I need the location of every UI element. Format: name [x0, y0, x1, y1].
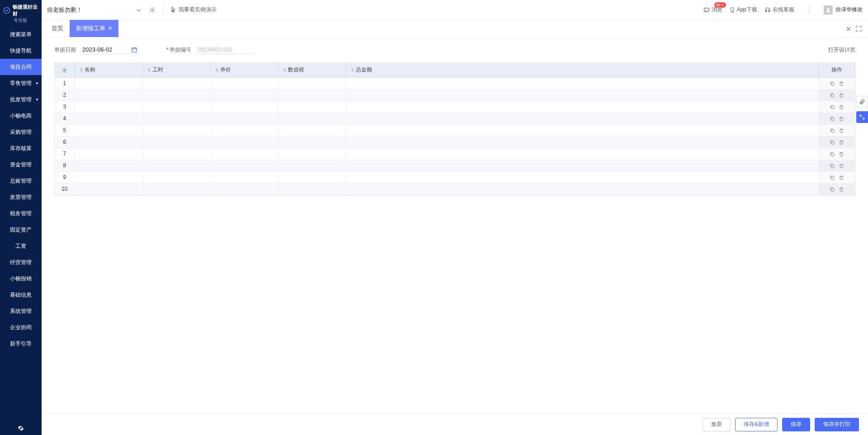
cell[interactable]	[346, 89, 819, 101]
cell[interactable]	[278, 136, 346, 148]
cell[interactable]	[346, 171, 819, 183]
cell[interactable]	[210, 148, 278, 160]
tab-close-all[interactable]	[846, 25, 851, 32]
cell[interactable]	[278, 160, 346, 171]
delete-row-icon[interactable]	[839, 115, 844, 122]
delete-row-icon[interactable]	[839, 127, 844, 133]
cell[interactable]	[346, 136, 819, 148]
sidebar-item-9[interactable]: 总账管理	[0, 173, 42, 189]
cell[interactable]	[346, 148, 819, 160]
cell[interactable]	[346, 124, 819, 136]
header-settings[interactable]	[149, 6, 156, 14]
cell[interactable]	[210, 77, 278, 89]
delete-row-icon[interactable]	[839, 139, 844, 145]
expand-button[interactable]	[856, 111, 868, 123]
cell[interactable]	[210, 101, 278, 113]
cell[interactable]	[75, 124, 142, 136]
cell[interactable]	[278, 148, 346, 160]
col-total[interactable]: ⇅总金额	[346, 63, 819, 77]
cell[interactable]	[278, 89, 346, 101]
tab-0[interactable]: 首页	[45, 20, 70, 37]
cell[interactable]	[75, 148, 142, 160]
cell[interactable]	[278, 113, 346, 124]
cell[interactable]	[142, 124, 210, 136]
cell[interactable]	[346, 113, 819, 124]
sidebar-item-15[interactable]: 小畅报销	[0, 270, 42, 287]
copy-row-icon[interactable]	[830, 186, 835, 192]
sidebar-item-2[interactable]: 项目合同	[0, 59, 42, 75]
org-dropdown[interactable]	[137, 7, 141, 12]
attachment-button[interactable]	[856, 96, 868, 108]
tab-1[interactable]: 新增报工单✕	[70, 20, 118, 37]
sidebar-item-3[interactable]: 零售管理▼	[0, 75, 42, 91]
copy-row-icon[interactable]	[830, 162, 835, 169]
copy-row-icon[interactable]	[830, 127, 835, 133]
close-icon[interactable]: ✕	[108, 25, 112, 31]
delete-row-icon[interactable]	[839, 186, 844, 192]
sidebar-item-8[interactable]: 资金管理	[0, 156, 42, 173]
online-service[interactable]: 在线客服	[764, 6, 794, 14]
sidebar-item-17[interactable]: 系统管理	[0, 303, 42, 319]
fullscreen-toggle[interactable]	[856, 25, 862, 32]
cell[interactable]	[210, 113, 278, 124]
delete-row-icon[interactable]	[839, 174, 844, 180]
sidebar-item-16[interactable]: 基础信息	[0, 287, 42, 303]
sidebar-item-12[interactable]: 固定资产	[0, 222, 42, 238]
delete-row-icon[interactable]	[839, 80, 844, 86]
cell[interactable]	[75, 183, 142, 195]
cell[interactable]	[75, 160, 142, 171]
app-download[interactable]: App下载	[730, 6, 757, 14]
save-new-button[interactable]: 保存&新增	[735, 418, 778, 431]
cell[interactable]	[210, 124, 278, 136]
cell[interactable]	[142, 136, 210, 148]
cell[interactable]	[278, 171, 346, 183]
cell[interactable]	[210, 136, 278, 148]
sidebar-item-14[interactable]: 经营管理	[0, 254, 42, 270]
sidebar-settings[interactable]	[0, 421, 42, 435]
sidebar-item-13[interactable]: 工资	[0, 238, 42, 254]
sidebar-item-7[interactable]: 库存核算	[0, 140, 42, 156]
cell[interactable]	[210, 89, 278, 101]
sidebar-item-6[interactable]: 采购管理	[0, 124, 42, 140]
messages-button[interactable]: 消息 99 +	[703, 6, 722, 14]
save-button[interactable]: 保存	[782, 418, 810, 431]
sidebar-item-10[interactable]: 发票管理	[0, 189, 42, 205]
date-input[interactable]: 2023-06-02	[80, 45, 139, 54]
cell[interactable]	[210, 160, 278, 171]
sidebar-item-5[interactable]: 小畅电商	[0, 108, 42, 124]
cell[interactable]	[142, 89, 210, 101]
cell[interactable]	[142, 171, 210, 183]
cell[interactable]	[75, 101, 142, 113]
delete-row-icon[interactable]	[839, 104, 844, 110]
sidebar-item-11[interactable]: 税务管理	[0, 205, 42, 222]
copy-row-icon[interactable]	[830, 139, 835, 145]
copy-row-icon[interactable]	[830, 151, 835, 157]
cell[interactable]	[142, 160, 210, 171]
cell[interactable]	[142, 77, 210, 89]
col-price[interactable]: ⇅单价	[210, 63, 278, 77]
cell[interactable]	[346, 160, 819, 171]
cell[interactable]	[346, 77, 819, 89]
cell[interactable]	[142, 148, 210, 160]
copy-row-icon[interactable]	[830, 80, 835, 86]
cell[interactable]	[210, 171, 278, 183]
demo-link[interactable]: 我要看实例演示	[170, 6, 217, 14]
copy-row-icon[interactable]	[830, 92, 835, 98]
col-settings[interactable]	[55, 63, 75, 77]
col-numbox[interactable]: ⇅数值框	[278, 63, 346, 77]
delete-row-icon[interactable]	[839, 151, 844, 157]
user-menu[interactable]: 徐泽华修改	[824, 5, 863, 14]
cell[interactable]	[278, 101, 346, 113]
cell[interactable]	[142, 183, 210, 195]
cell[interactable]	[278, 124, 346, 136]
sidebar-item-18[interactable]: 企业协同	[0, 319, 42, 336]
col-worktime[interactable]: ⇅工时	[142, 63, 210, 77]
copy-row-icon[interactable]	[830, 104, 835, 110]
cell[interactable]	[75, 77, 142, 89]
code-input[interactable]: 20230602-001	[196, 46, 255, 54]
cell[interactable]	[75, 171, 142, 183]
cell[interactable]	[142, 101, 210, 113]
sidebar-item-4[interactable]: 批发管理▼	[0, 91, 42, 108]
cell[interactable]	[346, 183, 819, 195]
save-print-button[interactable]: 保存并打印	[815, 418, 859, 431]
